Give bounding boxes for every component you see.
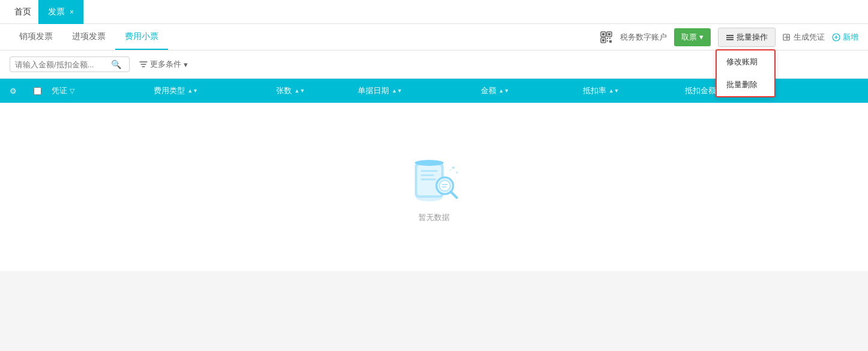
empty-state: 暂无数据: [0, 103, 868, 271]
batch-dropdown-menu: 修改账期 批量删除: [716, 49, 776, 97]
svg-line-24: [451, 192, 457, 198]
amount-sort[interactable]: ▲▼: [499, 88, 510, 94]
invoice-tab-label: 发票: [48, 7, 65, 17]
qr-icon: [600, 31, 613, 44]
svg-rect-9: [609, 40, 612, 43]
select-all-checkbox[interactable]: [34, 87, 41, 95]
batch-delete-item[interactable]: 批量删除: [717, 73, 774, 96]
svg-rect-26: [442, 186, 447, 188]
batch-operations-container: 批量操作 修改账期 批量删除: [718, 28, 776, 47]
batch-operations-btn[interactable]: 批量操作: [718, 28, 776, 47]
search-input[interactable]: [15, 60, 111, 69]
col-checkbox: [34, 87, 52, 95]
col-count-header: 张数 ▲▼: [276, 85, 358, 96]
svg-point-27: [452, 166, 454, 169]
col-settings: ⚙: [10, 87, 34, 96]
empty-text: 暂无数据: [418, 212, 450, 223]
invoice-tab[interactable]: 发票 ×: [38, 0, 83, 24]
svg-rect-3: [608, 33, 610, 35]
deduct-rate-sort[interactable]: ▲▼: [609, 88, 619, 94]
col-amount-header: 金额 ▲▼: [481, 85, 583, 96]
date-sort[interactable]: ▲▼: [391, 88, 402, 94]
add-btn[interactable]: 新增: [832, 32, 858, 43]
col-voucher-header: 凭证 ▽: [52, 85, 154, 96]
modify-period-item[interactable]: 修改账期: [717, 50, 774, 73]
col-expense-type-header: 费用类型 ▲▼: [154, 85, 276, 96]
col-date-header: 单据日期 ▲▼: [358, 85, 480, 96]
generate-voucher-btn[interactable]: 生成凭证: [783, 32, 825, 43]
add-icon: [832, 33, 840, 41]
svg-rect-8: [607, 40, 608, 41]
svg-rect-11: [726, 37, 734, 38]
svg-point-28: [456, 172, 458, 174]
svg-rect-12: [726, 39, 734, 40]
svg-rect-1: [602, 33, 604, 35]
tab-sales[interactable]: 销项发票: [10, 24, 62, 50]
svg-rect-20: [421, 179, 436, 180]
svg-point-23: [439, 180, 450, 191]
sub-tabs-left: 销项发票 进项发票 费用小票: [10, 24, 168, 50]
take-ticket-btn[interactable]: 取票 ▾: [674, 28, 711, 46]
svg-point-29: [450, 169, 451, 171]
svg-rect-5: [602, 39, 604, 41]
svg-rect-19: [421, 174, 434, 176]
tab-expense[interactable]: 费用小票: [115, 24, 168, 50]
batch-icon: [726, 33, 734, 41]
col-deduct-rate-header: 抵扣率 ▲▼: [583, 85, 685, 96]
more-conditions-btn[interactable]: 更多条件 ▾: [139, 59, 188, 70]
expense-type-sort[interactable]: ▲▼: [187, 88, 198, 94]
svg-point-21: [415, 160, 444, 166]
top-nav: 首页 发票 ×: [0, 0, 868, 24]
tax-digital-account-btn[interactable]: 税务数字账户: [620, 32, 667, 43]
settings-icon[interactable]: ⚙: [10, 87, 17, 96]
tab-purchase[interactable]: 进项发票: [62, 24, 115, 50]
home-tab[interactable]: 首页: [7, 7, 38, 17]
generate-icon: [783, 33, 791, 41]
sub-tabs-right: 税务数字账户 取票 ▾ 批量操作 修改账期 批量删除: [600, 28, 858, 47]
count-sort[interactable]: ▲▼: [294, 88, 305, 94]
svg-rect-25: [442, 184, 448, 185]
sub-tabs-bar: 销项发票 进项发票 费用小票 税务数字账户 取: [0, 24, 868, 50]
search-icon[interactable]: 🔍: [111, 60, 121, 69]
empty-illustration: [404, 151, 464, 205]
svg-rect-6: [607, 38, 608, 39]
filter-icon: [139, 60, 148, 69]
svg-rect-10: [726, 35, 734, 36]
search-box[interactable]: 🔍: [10, 56, 130, 72]
invoice-tab-close[interactable]: ×: [70, 8, 74, 16]
svg-rect-7: [609, 38, 610, 39]
svg-rect-18: [421, 170, 438, 172]
voucher-filter-icon[interactable]: ▽: [70, 87, 74, 95]
qr-icon-button[interactable]: [600, 31, 613, 44]
